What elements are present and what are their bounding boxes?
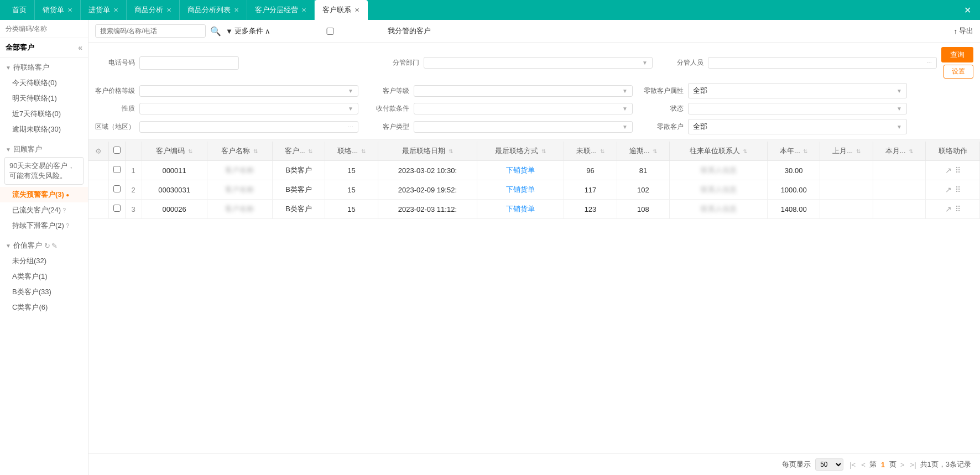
- td-type: B类客户: [272, 180, 325, 200]
- close-icon[interactable]: ✕: [113, 7, 118, 14]
- sidebar-item-class-c[interactable]: C类客户(6): [0, 300, 88, 315]
- tab-home[interactable]: 首页: [4, 0, 35, 20]
- td-checkbox[interactable]: [108, 200, 125, 219]
- sidebar-item-7days[interactable]: 近7天待联络(0): [0, 106, 88, 122]
- lost-customers-title[interactable]: ▼ 回顾客户: [0, 142, 88, 157]
- th-code[interactable]: 客户编码 ⇅: [142, 142, 207, 161]
- more-icon[interactable]: ⠿: [955, 166, 961, 175]
- select-all-checkbox[interactable]: [113, 147, 121, 154]
- search-input[interactable]: [95, 24, 206, 38]
- sidebar-item-declining[interactable]: 持续下滑客户(2) ?: [0, 218, 88, 233]
- per-page-select[interactable]: 50 100 200: [815, 458, 843, 471]
- zero-customer-label: 零散客户: [644, 122, 688, 132]
- th-last-month[interactable]: 上月... ⇅: [820, 142, 873, 161]
- payment-select[interactable]: ▼: [414, 103, 633, 114]
- tab-product-analysis[interactable]: 商品分析 ✕: [127, 0, 180, 20]
- th-contact[interactable]: 联络... ⇅: [325, 142, 378, 161]
- sort-icon: ⇅: [361, 148, 366, 154]
- phone-input[interactable]: [139, 56, 239, 70]
- th-last-date[interactable]: 最后联络日期 ⇅: [378, 142, 477, 161]
- td-code: 000011: [142, 161, 207, 180]
- sidebar-search-input[interactable]: [6, 25, 88, 33]
- contact-icon[interactable]: ↗: [945, 205, 952, 213]
- query-button[interactable]: 查询: [941, 47, 973, 62]
- nature-select[interactable]: ▼: [139, 103, 358, 114]
- th-type[interactable]: 客户... ⇅: [272, 142, 325, 161]
- region-select[interactable]: ⋯: [139, 121, 358, 133]
- all-customers-header[interactable]: 全部客户 «: [0, 38, 88, 58]
- my-customers-checkbox[interactable]: 我分管的客户: [275, 26, 431, 36]
- customer-type-select[interactable]: ▼: [414, 121, 633, 133]
- close-icon[interactable]: ✕: [67, 7, 72, 14]
- search-button[interactable]: 🔍: [210, 26, 221, 36]
- close-all-button[interactable]: ✕: [960, 5, 976, 15]
- row-checkbox[interactable]: [113, 166, 121, 173]
- sidebar-item-class-b[interactable]: B类客户(33): [0, 284, 88, 300]
- zero-customer-select[interactable]: 全部 ▼: [688, 119, 907, 134]
- th-checkbox[interactable]: [108, 142, 125, 161]
- more-icon[interactable]: ⠿: [955, 205, 961, 213]
- th-contact-person[interactable]: 往来单位联系人 ⇅: [670, 142, 768, 161]
- row-checkbox[interactable]: [113, 205, 121, 212]
- sidebar-item-churn-warning[interactable]: 流失预警客户(3) ●: [0, 187, 88, 202]
- settings-button[interactable]: 设置: [943, 65, 973, 79]
- close-icon[interactable]: ✕: [166, 7, 171, 14]
- export-button[interactable]: ↑ 导出: [954, 26, 974, 36]
- price-grade-select[interactable]: ▼: [139, 85, 358, 97]
- dept-select[interactable]: ▼: [424, 57, 653, 69]
- edit-icon[interactable]: ✎: [51, 242, 58, 250]
- td-action[interactable]: ↗ ⠿: [926, 200, 980, 219]
- first-page-button[interactable]: |<: [848, 461, 857, 469]
- status-select[interactable]: ▼: [688, 103, 907, 114]
- sidebar-item-overdue[interactable]: 逾期未联络(30): [0, 122, 88, 137]
- tab-customer-tier[interactable]: 客户分层经营 ✕: [247, 0, 315, 20]
- close-icon[interactable]: ✕: [234, 7, 239, 14]
- grade-select[interactable]: ▼: [414, 85, 633, 97]
- th-last-method[interactable]: 最后联络方式 ⇅: [477, 142, 564, 161]
- current-page: 1: [879, 461, 887, 469]
- td-action[interactable]: ↗ ⠿: [926, 161, 980, 180]
- prev-page-button[interactable]: <: [859, 461, 867, 469]
- td-action[interactable]: ↗ ⠿: [926, 180, 980, 200]
- pending-contact-title[interactable]: ▼ 待联络客户: [0, 60, 88, 75]
- td-not-contacted: 96: [564, 161, 617, 180]
- th-name[interactable]: 客户名称 ⇅: [207, 142, 272, 161]
- td-checkbox[interactable]: [108, 161, 125, 180]
- th-not-contacted[interactable]: 未联... ⇅: [564, 142, 617, 161]
- contact-icon[interactable]: ↗: [945, 185, 952, 194]
- contact-icon[interactable]: ↗: [945, 166, 952, 175]
- sidebar-item-tomorrow[interactable]: 明天待联络(1): [0, 91, 88, 106]
- th-this-year[interactable]: 本年... ⇅: [767, 142, 820, 161]
- th-overdue[interactable]: 逾期... ⇅: [617, 142, 669, 161]
- td-last-method[interactable]: 下销货单: [477, 180, 564, 200]
- row-checkbox[interactable]: [113, 185, 121, 192]
- zero-attr-select[interactable]: 全部 ▼: [688, 83, 907, 98]
- more-icon[interactable]: ⠿: [955, 185, 961, 194]
- sidebar-item-class-a[interactable]: A类客户(1): [0, 269, 88, 284]
- td-last-method[interactable]: 下销货单: [477, 161, 564, 180]
- next-page-button[interactable]: >: [899, 461, 906, 469]
- tab-product-analysis-list[interactable]: 商品分析列表 ✕: [180, 0, 247, 20]
- collapse-icon[interactable]: «: [78, 43, 82, 52]
- sort-icon: ⇅: [541, 148, 546, 154]
- sidebar-item-ungrouped[interactable]: 未分组(32): [0, 253, 88, 269]
- refresh-icon[interactable]: ↻: [44, 242, 50, 250]
- last-page-button[interactable]: >|: [909, 461, 918, 469]
- total-label: 页: [889, 460, 896, 469]
- th-settings[interactable]: ⚙: [88, 142, 108, 161]
- gear-icon[interactable]: ⚙: [95, 147, 102, 155]
- value-customers-title[interactable]: ▼ 价值客户 ↻ ✎: [0, 238, 88, 253]
- close-icon[interactable]: ✕: [301, 7, 306, 14]
- person-select[interactable]: ⋯: [708, 57, 937, 69]
- td-last-method[interactable]: 下销货单: [477, 200, 564, 219]
- filter-button[interactable]: ▼ 更多条件 ∧: [226, 26, 270, 36]
- tab-customer-contact[interactable]: 客户联系 ✕: [315, 0, 368, 20]
- tab-purchase-order[interactable]: 进货单 ✕: [81, 0, 127, 20]
- close-icon[interactable]: ✕: [355, 7, 359, 14]
- th-this-month[interactable]: 本月... ⇅: [873, 142, 925, 161]
- sidebar-item-today[interactable]: 今天待联络(0): [0, 75, 88, 91]
- td-checkbox[interactable]: [108, 180, 125, 200]
- sidebar-item-churned[interactable]: 已流失客户(24) ?: [0, 202, 88, 218]
- tab-sales-order[interactable]: 销货单 ✕: [35, 0, 81, 20]
- my-customers-check[interactable]: [275, 28, 385, 35]
